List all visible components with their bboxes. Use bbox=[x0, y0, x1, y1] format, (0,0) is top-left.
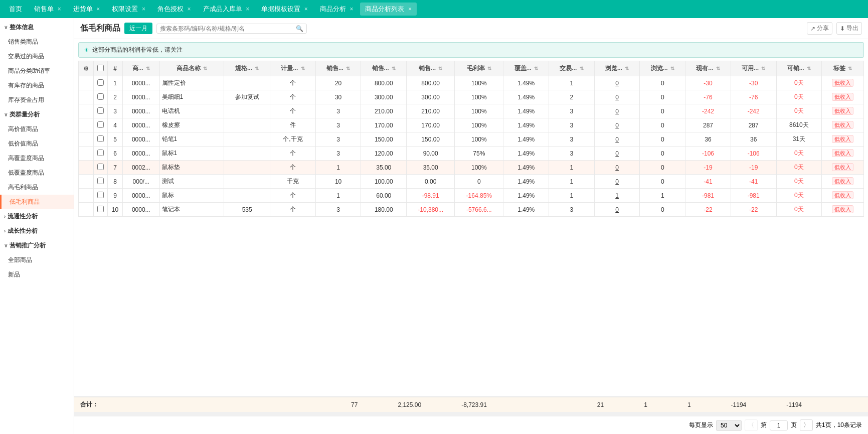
sidebar-section-cluster[interactable]: ∨ 类群量分析 bbox=[0, 107, 74, 122]
row-checkbox[interactable] bbox=[97, 79, 104, 86]
sidebar-item-sales-goods[interactable]: 销售类商品 bbox=[0, 35, 74, 49]
table-container[interactable]: ⚙ # 商... ⇅ 商品名称 ⇅ 规格... ⇅ 计量... ⇅ 销售... … bbox=[74, 61, 868, 396]
col-sales-amount[interactable]: 销售... ⇅ bbox=[407, 61, 455, 76]
col-sales-price[interactable]: 销售... ⇅ bbox=[361, 61, 407, 76]
close-list-icon[interactable]: × bbox=[408, 6, 412, 13]
cell-checkbox[interactable] bbox=[94, 189, 108, 203]
view1-link[interactable]: 0 bbox=[615, 178, 619, 185]
cell-view1[interactable]: 0 bbox=[594, 175, 640, 189]
col-coverage[interactable]: 覆盖... ⇅ bbox=[503, 61, 549, 76]
search-input[interactable] bbox=[160, 25, 294, 32]
col-code[interactable]: 商... ⇅ bbox=[123, 61, 160, 76]
nav-templates[interactable]: 单据模板设置 × bbox=[256, 3, 313, 16]
cell-checkbox[interactable] bbox=[94, 203, 108, 217]
cell-view1[interactable]: 0 bbox=[594, 161, 640, 175]
sidebar-section-marketing[interactable]: ∨ 营销推广分析 bbox=[0, 238, 74, 253]
sidebar-item-all-goods[interactable]: 全部商品 bbox=[0, 253, 74, 267]
cell-view1[interactable]: 0 bbox=[594, 76, 640, 90]
sidebar-item-low-coverage[interactable]: 低覆盖度商品 bbox=[0, 166, 74, 180]
prev-page-button[interactable]: 〈 bbox=[745, 419, 758, 431]
sidebar-section-growth[interactable]: › 成长性分析 bbox=[0, 224, 74, 238]
row-checkbox[interactable] bbox=[97, 164, 104, 170]
col-spec[interactable]: 规格... ⇅ bbox=[224, 61, 270, 76]
cell-checkbox[interactable] bbox=[94, 161, 108, 175]
view1-link[interactable]: 0 bbox=[615, 136, 619, 143]
nav-products[interactable]: 产成品入库单 × bbox=[198, 3, 255, 16]
cell-view1[interactable]: 0 bbox=[594, 203, 640, 217]
cell-checkbox[interactable] bbox=[94, 147, 108, 161]
sidebar-item-low-value[interactable]: 低价值商品 bbox=[0, 136, 74, 151]
col-name[interactable]: 商品名称 ⇅ bbox=[159, 61, 224, 76]
sidebar-section-flow[interactable]: › 流通性分析 bbox=[0, 209, 74, 224]
page-number-input[interactable] bbox=[770, 420, 788, 430]
sidebar-section-overall[interactable]: ∨ 整体信息 bbox=[0, 20, 74, 35]
sidebar-item-stock-goods[interactable]: 有库存的商品 bbox=[0, 78, 74, 93]
col-gross-margin[interactable]: 毛利率 ⇅ bbox=[455, 61, 503, 76]
close-templates-icon[interactable]: × bbox=[304, 6, 308, 13]
col-checkbox-header[interactable] bbox=[94, 61, 108, 76]
sidebar-item-high-coverage[interactable]: 高覆盖度商品 bbox=[0, 151, 74, 166]
row-checkbox[interactable] bbox=[97, 192, 104, 198]
nav-sales[interactable]: 销售单 × bbox=[29, 3, 66, 16]
close-purchase-icon[interactable]: × bbox=[96, 6, 100, 13]
sidebar-item-high-value[interactable]: 高价值商品 bbox=[0, 122, 74, 136]
col-saleable-days[interactable]: 可销... ⇅ bbox=[776, 61, 822, 76]
nav-home[interactable]: 首页 bbox=[4, 3, 27, 16]
close-products-icon[interactable]: × bbox=[246, 6, 249, 13]
col-settings[interactable]: ⚙ bbox=[79, 61, 94, 76]
cell-checkbox[interactable] bbox=[94, 104, 108, 118]
close-sales-icon[interactable]: × bbox=[58, 6, 61, 13]
col-tag[interactable]: 标签 ⇅ bbox=[822, 61, 864, 76]
cell-view1[interactable]: 0 bbox=[594, 147, 640, 161]
col-sales-qty[interactable]: 销售... ⇅ bbox=[315, 61, 361, 76]
export-button[interactable]: ⬇ 导出 bbox=[836, 22, 862, 35]
cell-checkbox[interactable] bbox=[94, 118, 108, 132]
cell-view1[interactable]: 1 bbox=[594, 189, 640, 203]
sidebar-item-new-goods[interactable]: 新品 bbox=[0, 267, 74, 282]
close-goods-icon[interactable]: × bbox=[350, 6, 353, 13]
cell-checkbox[interactable] bbox=[94, 132, 108, 147]
close-roles-icon[interactable]: × bbox=[188, 6, 191, 13]
sidebar-item-low-margin[interactable]: 低毛利商品 bbox=[0, 195, 74, 209]
col-view2[interactable]: 浏览... ⇅ bbox=[640, 61, 685, 76]
next-page-button[interactable]: 〉 bbox=[800, 419, 813, 431]
per-page-select[interactable]: 50 100 200 bbox=[716, 420, 742, 431]
sidebar-item-stock-capital[interactable]: 库存资金占用 bbox=[0, 93, 74, 107]
row-checkbox[interactable] bbox=[97, 107, 104, 114]
view1-link[interactable]: 0 bbox=[615, 108, 619, 115]
col-trade[interactable]: 交易... ⇅ bbox=[549, 61, 595, 76]
sidebar-item-high-margin[interactable]: 高毛利商品 bbox=[0, 180, 74, 195]
col-view1[interactable]: 浏览... ⇅ bbox=[594, 61, 640, 76]
cell-view1[interactable]: 0 bbox=[594, 132, 640, 147]
sidebar-item-category-rate[interactable]: 商品分类助销率 bbox=[0, 64, 74, 78]
cell-view1[interactable]: 0 bbox=[594, 90, 640, 104]
view1-link[interactable]: 0 bbox=[615, 122, 619, 129]
row-checkbox[interactable] bbox=[97, 93, 104, 100]
nav-permissions[interactable]: 权限设置 × bbox=[107, 3, 150, 16]
search-icon[interactable]: 🔍 bbox=[296, 25, 303, 32]
row-checkbox[interactable] bbox=[97, 150, 104, 156]
share-button[interactable]: ↗ 分享 bbox=[807, 22, 832, 35]
sidebar-item-traded-goods[interactable]: 交易过的商品 bbox=[0, 49, 74, 64]
view1-link[interactable]: 1 bbox=[615, 192, 619, 199]
cell-checkbox[interactable] bbox=[94, 76, 108, 90]
select-all-checkbox[interactable] bbox=[97, 65, 104, 71]
bottom-scrollbar[interactable] bbox=[74, 412, 868, 416]
row-checkbox[interactable] bbox=[97, 206, 104, 212]
close-permissions-icon[interactable]: × bbox=[142, 6, 145, 13]
view1-link[interactable]: 0 bbox=[615, 206, 619, 213]
time-filter-button[interactable]: 近一月 bbox=[124, 23, 152, 34]
nav-goods-analysis-list[interactable]: 商品分析列表 × bbox=[360, 3, 417, 16]
view1-link[interactable]: 0 bbox=[615, 150, 619, 157]
col-unit[interactable]: 计量... ⇅ bbox=[270, 61, 316, 76]
col-available-stock[interactable]: 可用... ⇅ bbox=[731, 61, 776, 76]
col-current-stock[interactable]: 现有... ⇅ bbox=[685, 61, 731, 76]
nav-roles[interactable]: 角色授权 × bbox=[152, 3, 196, 16]
view1-link[interactable]: 0 bbox=[615, 164, 619, 171]
cell-view1[interactable]: 0 bbox=[594, 104, 640, 118]
view1-link[interactable]: 0 bbox=[615, 80, 619, 87]
nav-goods-analysis[interactable]: 商品分析 × bbox=[315, 3, 359, 16]
cell-checkbox[interactable] bbox=[94, 175, 108, 189]
row-checkbox[interactable] bbox=[97, 121, 104, 128]
view1-link[interactable]: 0 bbox=[615, 94, 619, 101]
